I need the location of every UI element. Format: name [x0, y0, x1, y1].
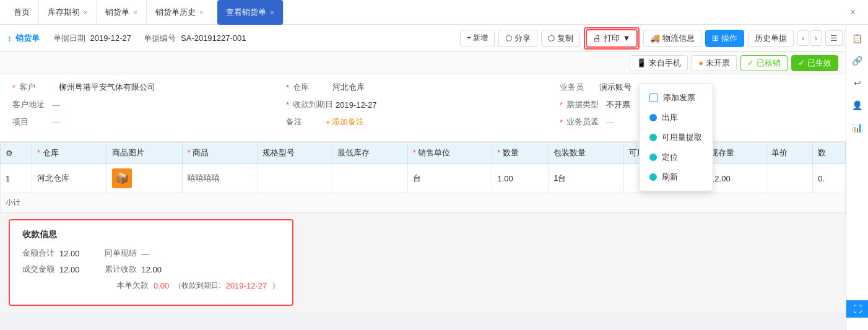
not-open-button[interactable]: ● 未开票 — [692, 55, 737, 71]
same-order-label: 同单现结 — [105, 248, 137, 259]
operations-button[interactable]: ⊞ 操作 — [705, 30, 744, 47]
secondary-toolbar: 📱 来自手机 ● 未开票 ✓ 已核销 ✓ 已生效 — [0, 52, 846, 74]
due-date-required: * — [286, 100, 289, 110]
add-note-icon: + — [326, 118, 331, 127]
number-value: SA-20191227-001 — [181, 33, 246, 43]
sidebar-icon-link[interactable]: 🔗 — [849, 52, 866, 69]
note-label: 备注 — [286, 116, 323, 128]
window-close-icon[interactable]: × — [843, 7, 863, 18]
dropdown-available[interactable]: 可用量提取 — [640, 128, 713, 147]
ticket-value: 不开票 — [606, 99, 630, 110]
due-date-value: 2019-12-27 — [336, 100, 377, 110]
list-view-button[interactable]: ☰ — [825, 30, 843, 46]
share-button[interactable]: ⬡ 分享 — [498, 30, 537, 47]
from-phone-button[interactable]: 📱 来自手机 — [630, 55, 688, 71]
tab-inventory-close[interactable]: × — [84, 9, 87, 16]
cancelled-button[interactable]: ✓ 已核销 — [740, 55, 788, 71]
table-header-row: ⚙ * 仓库 商品图片 * 商品 规格型号 最低库存 * 销售单位 * 数量 包… — [1, 142, 846, 164]
sidebar-icon-expand[interactable]: ⛶ — [846, 300, 869, 318]
logistics-button[interactable]: 🚚 物流信息 — [643, 30, 701, 47]
sidebar-icon-chart[interactable]: 📊 — [849, 119, 866, 136]
tab-view-sales[interactable]: 查看销货单 × — [217, 0, 283, 25]
check-icon-effective: ✓ — [798, 58, 805, 67]
cell-min-stock — [332, 164, 407, 193]
tab-sales[interactable]: 销货单 × — [97, 0, 146, 25]
next-button[interactable]: › — [810, 30, 822, 46]
cell-product-img: 📦 — [107, 164, 182, 193]
cell-amount: 0. — [813, 164, 846, 193]
outstanding-label: 本单欠款 — [116, 280, 149, 291]
sidebar-icon-doc[interactable]: 📋 — [849, 30, 866, 47]
print-inner: 🖨 打印 ▼ — [593, 33, 630, 44]
doc-type-symbol: ↕ — [7, 33, 12, 43]
history-label: 历史单据 — [755, 33, 787, 44]
warehouse-label: 仓库 — [293, 82, 330, 93]
sidebar-icon-user[interactable]: 👤 — [849, 97, 866, 114]
customer-label: 客户 — [19, 82, 56, 93]
tab-view-sales-close[interactable]: × — [270, 9, 274, 16]
table-row: 1 河北仓库 📦 嘻嘻嘻嘻 台 1.00 1台 — [1, 164, 846, 193]
dropdown-outbound[interactable]: 出库 — [640, 108, 713, 128]
print-button[interactable]: 🖨 打印 ▼ — [586, 29, 638, 48]
tab-home-label: 首页 — [14, 7, 30, 18]
effective-button[interactable]: ✓ 已生效 — [791, 55, 838, 71]
ticket-label: 票据类型 — [566, 99, 604, 110]
copy-icon: ⬡ — [548, 33, 555, 43]
product-image: 📦 — [112, 168, 132, 188]
refresh-dot — [649, 173, 657, 181]
th-stock: 现存量 — [705, 142, 766, 164]
cell-quantity: 1.00 — [492, 164, 549, 193]
customer-required: * — [12, 83, 15, 92]
add-note-button[interactable]: + 添加备注 — [326, 116, 364, 128]
dropdown-refresh[interactable]: 刷新 — [640, 167, 713, 187]
cancelled-label: 已核销 — [757, 58, 781, 69]
tab-history[interactable]: 销货单历史 × — [147, 0, 212, 25]
doc-meta: 单据日期 2019-12-27 单据编号 SA-20191227-001 — [53, 33, 246, 44]
payment-row-2: 成交金额 12.00 累计收款 12.00 — [22, 264, 280, 275]
warehouse-field: * 仓库 河北仓库 — [286, 82, 560, 93]
sidebar-icon-return[interactable]: ↩ — [849, 74, 866, 92]
transaction-value: 12.00 — [59, 265, 80, 274]
doc-type-label: 销货单 — [15, 33, 40, 44]
th-pack-qty: 包装数量 — [549, 142, 623, 164]
outstanding-item: 本单欠款 0.00 （收款到期日: 2019-12-27） — [116, 280, 280, 291]
outstanding-value: 0.00 — [154, 281, 169, 290]
tab-inventory[interactable]: 库存期初 × — [39, 0, 97, 25]
tab-view-sales-label: 查看销货单 — [226, 7, 266, 18]
dropdown-add-invoice[interactable]: 添加发票 — [640, 88, 713, 108]
cell-pack-qty: 1台 — [549, 164, 623, 193]
due-date-label: 收款到期日 — [293, 99, 333, 110]
address-value: — — [52, 100, 60, 110]
cell-no: 1 — [1, 164, 32, 193]
tab-inventory-label: 库存期初 — [48, 7, 80, 18]
th-spec: 规格型号 — [258, 142, 332, 164]
copy-button[interactable]: ⬡ 复制 — [541, 30, 580, 47]
tab-sales-close[interactable]: × — [133, 9, 137, 16]
accumulated-value: 12.00 — [142, 265, 162, 274]
accumulated-label: 累计收款 — [105, 264, 137, 275]
address-field: 客户地址 — — [12, 99, 286, 110]
phone-icon: 📱 — [636, 58, 646, 67]
table-container: ⚙ * 仓库 商品图片 * 商品 规格型号 最低库存 * 销售单位 * 数量 包… — [0, 142, 846, 213]
tab-home[interactable]: 首页 — [5, 0, 39, 25]
th-warehouse: * 仓库 — [32, 142, 107, 164]
locate-dot — [649, 154, 657, 161]
address-label: 客户地址 — [12, 99, 50, 110]
total-amount-value: 12.00 — [59, 249, 80, 258]
date-value: 2019-12-27 — [90, 33, 132, 43]
bottom-area: 收款信息 金额合计 12.00 同单现结 — 成交金额 12.00 — [0, 213, 846, 312]
operations-label: 操作 — [721, 33, 737, 44]
th-settings[interactable]: ⚙ — [1, 142, 32, 164]
print-label: 打印 — [604, 33, 620, 44]
date-label: 单据日期 — [53, 33, 85, 44]
history-button[interactable]: 历史单据 — [748, 30, 794, 47]
dropdown-locate[interactable]: 定位 — [640, 147, 713, 167]
total-amount-label: 金额合计 — [22, 248, 54, 259]
tab-history-close[interactable]: × — [199, 9, 203, 16]
add-button[interactable]: + 新增 — [460, 30, 495, 46]
prev-button[interactable]: ‹ — [797, 30, 809, 46]
cell-warehouse: 河北仓库 — [32, 164, 107, 193]
copy-label: 复制 — [557, 33, 573, 44]
staff-label: 业务员 — [560, 82, 597, 93]
not-open-label: 未开票 — [706, 58, 730, 69]
